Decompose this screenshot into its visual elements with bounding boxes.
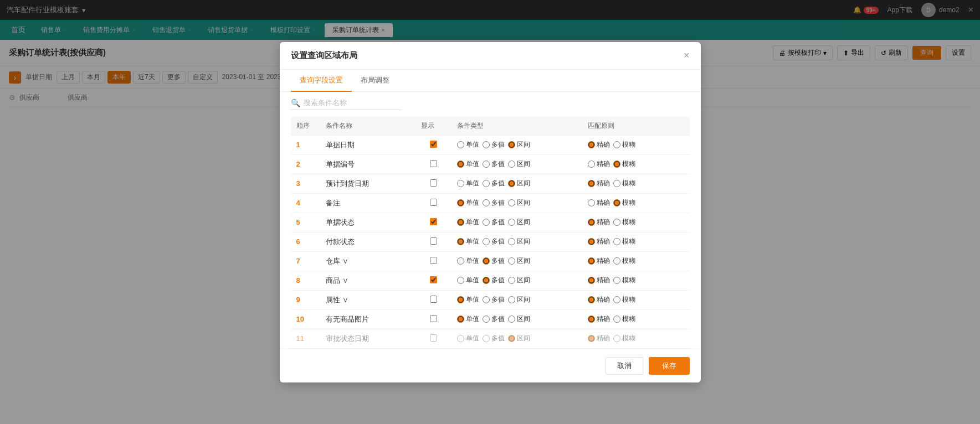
type-option-多值-4[interactable]: 多值 (483, 218, 505, 227)
match-option-精确-10[interactable]: 精确 (588, 334, 610, 343)
cell-type-1: 单值多值区间 (451, 154, 582, 174)
display-checkbox-0[interactable] (430, 141, 437, 148)
display-checkbox-8[interactable] (430, 296, 437, 303)
th-name: 条件名称 (320, 117, 415, 136)
display-checkbox-3[interactable] (430, 199, 437, 206)
table-row: 6付款状态单值多值区间精确模糊 (291, 232, 690, 251)
tab-layout-adjust[interactable]: 布局调整 (352, 70, 398, 92)
type-option-区间-9[interactable]: 区间 (508, 314, 530, 324)
cell-display-9[interactable] (415, 309, 451, 329)
type-option-多值-2[interactable]: 多值 (483, 179, 505, 188)
cell-order-3: 4 (291, 193, 321, 213)
match-option-精确-4[interactable]: 精确 (588, 218, 610, 227)
display-checkbox-5[interactable] (430, 237, 437, 245)
match-option-精确-2[interactable]: 精确 (588, 179, 610, 188)
display-checkbox-6[interactable] (430, 257, 437, 264)
match-option-模糊-5[interactable]: 模糊 (613, 237, 635, 246)
match-option-模糊-10[interactable]: 模糊 (613, 334, 635, 343)
type-option-单值-1[interactable]: 单值 (457, 159, 479, 169)
type-option-区间-7[interactable]: 区间 (508, 276, 530, 285)
type-option-区间-5[interactable]: 区间 (508, 237, 530, 246)
match-option-精确-0[interactable]: 精确 (588, 140, 610, 149)
display-checkbox-7[interactable] (430, 276, 437, 283)
type-option-区间-0[interactable]: 区间 (508, 140, 530, 149)
display-checkbox-10[interactable] (430, 334, 437, 342)
match-option-精确-1[interactable]: 精确 (588, 159, 610, 169)
match-option-模糊-9[interactable]: 模糊 (613, 314, 635, 324)
cell-match-10: 精确模糊 (582, 329, 689, 348)
type-option-单值-10[interactable]: 单值 (457, 334, 479, 343)
dialog-close-button[interactable]: × (684, 50, 690, 61)
cell-display-3[interactable] (415, 193, 451, 213)
type-option-单值-5[interactable]: 单值 (457, 237, 479, 246)
type-option-多值-10[interactable]: 多值 (483, 334, 505, 343)
save-button[interactable]: 保存 (649, 357, 690, 375)
display-checkbox-2[interactable] (430, 179, 437, 187)
type-option-多值-7[interactable]: 多值 (483, 276, 505, 285)
tab-query-fields[interactable]: 查询字段设置 (291, 70, 352, 92)
match-option-精确-5[interactable]: 精确 (588, 237, 610, 246)
match-option-模糊-2[interactable]: 模糊 (613, 179, 635, 188)
match-option-精确-6[interactable]: 精确 (588, 256, 610, 266)
cell-order-8: 9 (291, 290, 321, 309)
cell-display-6[interactable] (415, 251, 451, 271)
type-option-单值-0[interactable]: 单值 (457, 140, 479, 149)
dialog-title: 设置查询区域布局 (291, 50, 357, 61)
cell-match-9: 精确模糊 (582, 309, 689, 329)
type-option-区间-2[interactable]: 区间 (508, 179, 530, 188)
cell-display-7[interactable] (415, 271, 451, 290)
type-option-区间-3[interactable]: 区间 (508, 198, 530, 208)
cell-type-5: 单值多值区间 (451, 232, 582, 251)
type-option-多值-6[interactable]: 多值 (483, 256, 505, 266)
type-option-多值-0[interactable]: 多值 (483, 140, 505, 149)
type-option-单值-7[interactable]: 单值 (457, 276, 479, 285)
type-option-区间-4[interactable]: 区间 (508, 218, 530, 227)
table-row: 10有无商品图片单值多值区间精确模糊 (291, 309, 690, 329)
cell-type-8: 单值多值区间 (451, 290, 582, 309)
type-option-多值-9[interactable]: 多值 (483, 314, 505, 324)
type-option-多值-5[interactable]: 多值 (483, 237, 505, 246)
type-option-多值-8[interactable]: 多值 (483, 295, 505, 304)
match-option-精确-9[interactable]: 精确 (588, 314, 610, 324)
match-option-精确-3[interactable]: 精确 (588, 198, 610, 208)
cell-display-8[interactable] (415, 290, 451, 309)
cell-display-0[interactable] (415, 135, 451, 154)
type-option-多值-3[interactable]: 多值 (483, 198, 505, 208)
type-option-单值-6[interactable]: 单值 (457, 256, 479, 266)
type-option-区间-6[interactable]: 区间 (508, 256, 530, 266)
cancel-button[interactable]: 取消 (606, 357, 643, 375)
match-option-模糊-8[interactable]: 模糊 (613, 295, 635, 304)
type-option-多值-1[interactable]: 多值 (483, 159, 505, 169)
type-option-区间-1[interactable]: 区间 (508, 159, 530, 169)
cell-display-2[interactable] (415, 174, 451, 193)
cell-match-6: 精确模糊 (582, 251, 689, 271)
type-option-单值-9[interactable]: 单值 (457, 314, 479, 324)
type-option-单值-8[interactable]: 单值 (457, 295, 479, 304)
match-option-模糊-4[interactable]: 模糊 (613, 218, 635, 227)
match-option-精确-8[interactable]: 精确 (588, 295, 610, 304)
type-option-单值-4[interactable]: 单值 (457, 218, 479, 227)
display-checkbox-1[interactable] (430, 160, 437, 167)
cell-display-5[interactable] (415, 232, 451, 251)
cell-match-1: 精确模糊 (582, 154, 689, 174)
type-option-单值-2[interactable]: 单值 (457, 179, 479, 188)
type-option-区间-10[interactable]: 区间 (508, 334, 530, 343)
cell-display-4[interactable] (415, 213, 451, 232)
match-option-模糊-7[interactable]: 模糊 (613, 276, 635, 285)
type-option-区间-8[interactable]: 区间 (508, 295, 530, 304)
match-option-精确-7[interactable]: 精确 (588, 276, 610, 285)
match-option-模糊-1[interactable]: 模糊 (613, 159, 635, 169)
table-row: 9属性 ∨单值多值区间精确模糊 (291, 290, 690, 309)
display-checkbox-9[interactable] (430, 315, 437, 322)
type-option-单值-3[interactable]: 单值 (457, 198, 479, 208)
match-option-模糊-6[interactable]: 模糊 (613, 256, 635, 266)
cell-display-10[interactable] (415, 329, 451, 348)
cell-type-4: 单值多值区间 (451, 213, 582, 232)
match-option-模糊-0[interactable]: 模糊 (613, 140, 635, 149)
search-input[interactable] (304, 99, 392, 107)
cell-order-1: 2 (291, 154, 321, 174)
match-option-模糊-3[interactable]: 模糊 (613, 198, 635, 208)
display-checkbox-4[interactable] (430, 218, 437, 225)
cell-match-7: 精确模糊 (582, 271, 689, 290)
cell-display-1[interactable] (415, 154, 451, 174)
